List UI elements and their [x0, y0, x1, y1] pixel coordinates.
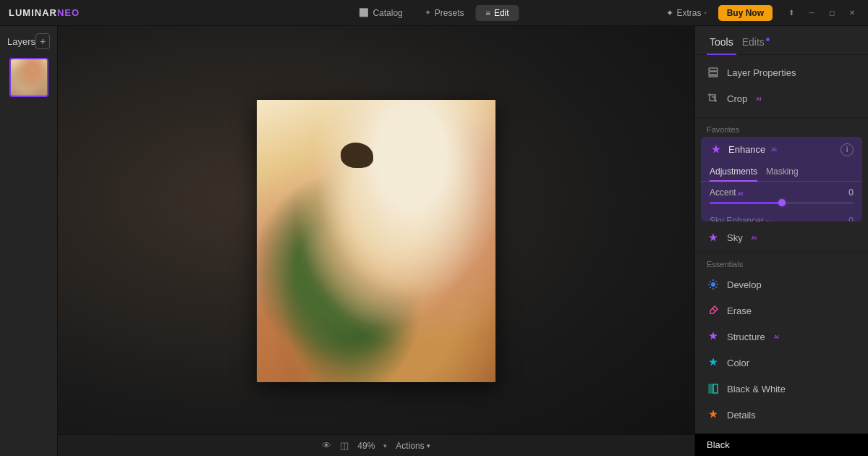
- accent-slider-fill: [710, 202, 782, 204]
- extras-icon: ✦: [666, 8, 673, 18]
- enhance-label: Enhance: [728, 144, 765, 155]
- minimize-button[interactable]: ─: [804, 6, 819, 20]
- sky-label: Sky: [727, 232, 743, 243]
- window-controls: ⬆ ─ ◻ ✕: [784, 6, 859, 20]
- enhance-item: Enhance AI i Adjustments Masking AccentA…: [701, 137, 862, 221]
- sky-enhancer-label-row: Sky EnhancerAI 0: [710, 216, 854, 221]
- accent-ai-badge: AI: [738, 190, 744, 197]
- black-text: Black: [707, 439, 730, 450]
- actions-button[interactable]: Actions ▾: [396, 441, 430, 451]
- enhance-info-button[interactable]: i: [841, 143, 854, 156]
- zoom-level: 49%: [357, 441, 375, 451]
- svg-point-3: [711, 282, 715, 287]
- layers-header: Layers +: [0, 26, 57, 54]
- structure-icon: [707, 330, 720, 343]
- nav-bar: ⬜ Catalog ✦ Presets ≡ Edit: [349, 5, 519, 21]
- nav-presets[interactable]: ✦ Presets: [414, 5, 475, 21]
- sky-enhancer-slider-row: Sky EnhancerAI 0: [701, 210, 862, 221]
- buy-now-button[interactable]: Buy Now: [718, 5, 773, 21]
- crop-ai-badge: AI: [756, 96, 762, 102]
- titlebar: LUMINARNEO ⬜ Catalog ✦ Presets ≡ Edit ✦ …: [0, 0, 868, 26]
- sky-icon: [707, 231, 720, 244]
- erase-item[interactable]: Erase: [695, 297, 868, 324]
- layer-thumbnail-image: [11, 59, 47, 96]
- photo-image: [257, 100, 495, 382]
- erase-icon: [707, 304, 720, 317]
- add-layer-button[interactable]: +: [35, 33, 50, 49]
- svg-rect-4: [709, 384, 713, 393]
- enhance-ai-badge: AI: [771, 146, 777, 153]
- layers-icon: [707, 66, 720, 79]
- actions-chevron-icon: ▾: [427, 442, 430, 449]
- edit-icon: ≡: [485, 9, 490, 17]
- tab-edits[interactable]: Edits: [739, 32, 773, 55]
- develop-icon: [707, 278, 720, 291]
- accent-value: 0: [848, 187, 854, 198]
- black-white-item[interactable]: Black & White: [695, 376, 868, 402]
- extras-button[interactable]: ✦ Extras •: [660, 6, 712, 20]
- color-icon: [707, 356, 720, 369]
- details-icon: [707, 408, 720, 421]
- titlebar-right: ✦ Extras • Buy Now ⬆ ─ ◻ ✕: [660, 5, 859, 21]
- close-button[interactable]: ✕: [845, 6, 859, 20]
- layer-properties-item[interactable]: Layer Properties: [695, 59, 868, 85]
- crop-label: Crop: [727, 93, 747, 104]
- accent-slider-row: AccentAI 0: [701, 182, 862, 210]
- svg-rect-1: [709, 72, 718, 75]
- actions-label: Actions: [396, 441, 424, 451]
- panel-tabs: Tools Edits: [695, 26, 868, 55]
- tools-section: Layer Properties Crop AI: [695, 55, 868, 116]
- logo-area: LUMINARNEO: [9, 7, 80, 18]
- erase-label: Erase: [727, 305, 752, 316]
- photo-frame: [257, 100, 495, 382]
- share-button[interactable]: ⬆: [784, 6, 799, 20]
- accent-label-row: AccentAI 0: [710, 187, 854, 198]
- catalog-icon: ⬜: [359, 8, 369, 17]
- divider-1: [695, 117, 868, 118]
- structure-label: Structure: [727, 332, 765, 342]
- zoom-down-icon[interactable]: ▾: [383, 442, 387, 449]
- maximize-button[interactable]: ◻: [825, 6, 839, 20]
- crop-item[interactable]: Crop AI: [695, 85, 868, 111]
- svg-rect-5: [713, 384, 718, 393]
- tab-tools[interactable]: Tools: [707, 32, 736, 55]
- crop-icon: [707, 92, 720, 105]
- nav-catalog[interactable]: ⬜ Catalog: [349, 5, 412, 21]
- divider-2: [695, 252, 868, 253]
- enhance-header[interactable]: Enhance AI i: [701, 137, 862, 163]
- accent-slider-thumb[interactable]: [778, 199, 786, 206]
- develop-item[interactable]: Develop: [695, 271, 868, 297]
- sky-item[interactable]: Sky AI: [695, 224, 868, 250]
- black-area: Black: [695, 434, 868, 456]
- enhance-header-left: Enhance AI: [710, 143, 777, 156]
- accent-label: AccentAI: [710, 187, 743, 198]
- sky-ai-badge: AI: [752, 235, 757, 241]
- layer-properties-label: Layer Properties: [727, 67, 796, 78]
- details-item[interactable]: Details: [695, 402, 868, 428]
- layers-panel: Layers +: [0, 26, 58, 456]
- favorites-label: Favorites: [695, 119, 868, 137]
- accent-slider-track[interactable]: [710, 202, 854, 204]
- essentials-label: Essentials: [695, 254, 868, 271]
- eye-icon[interactable]: 👁: [322, 440, 331, 451]
- compare-icon[interactable]: ◫: [340, 440, 349, 451]
- structure-item[interactable]: Structure AI: [695, 324, 868, 350]
- enhance-sub-tabs: Adjustments Masking: [701, 163, 862, 182]
- canvas-area: 👁 ◫ 49% ▾ Actions ▾: [58, 26, 694, 456]
- masking-tab[interactable]: Masking: [766, 163, 799, 182]
- nav-edit[interactable]: ≡ Edit: [475, 5, 519, 21]
- right-panel: Tools Edits Layer Properties: [694, 26, 868, 456]
- develop-label: Develop: [727, 279, 762, 290]
- adjustments-tab[interactable]: Adjustments: [710, 163, 757, 182]
- sky-enhancer-ai-badge: AI: [765, 219, 771, 221]
- sky-enhancer-value: 0: [848, 216, 854, 221]
- details-label: Details: [727, 410, 756, 421]
- app-logo: LUMINARNEO: [9, 7, 80, 18]
- main-layout: Layers + 👁 ◫ 49% ▾ Actions ▾ Tools: [0, 26, 868, 456]
- layer-thumbnail[interactable]: [9, 58, 48, 97]
- black-white-label: Black & White: [727, 384, 786, 394]
- color-item[interactable]: Color: [695, 350, 868, 376]
- color-label: Color: [727, 358, 749, 368]
- canvas-toolbar: 👁 ◫ 49% ▾ Actions ▾: [58, 434, 694, 456]
- svg-rect-0: [709, 68, 718, 71]
